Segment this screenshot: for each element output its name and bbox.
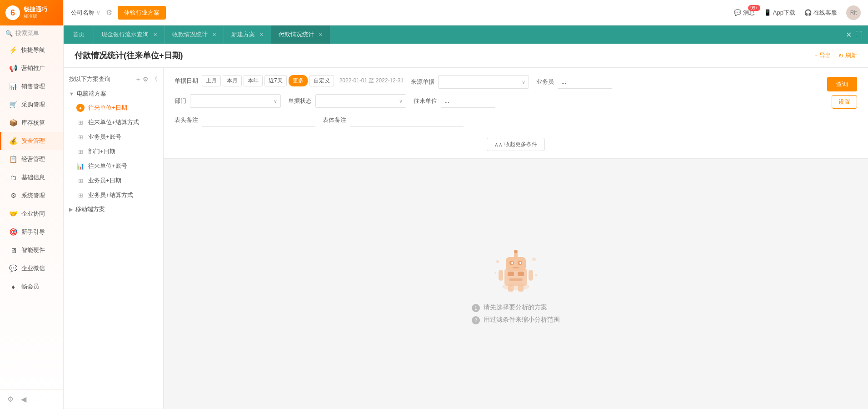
- main-content: 付款情况统计(往来单位+日期) ↑ 导出 ↻ 刷新 按以下方案查询 + ⚙ 《: [64, 44, 868, 409]
- right-panel: 单据日期 上月 本月 本年 近7天 更多 自定义 2022-01-01 至 20…: [164, 68, 868, 409]
- left-panel-header: 按以下方案查询 + ⚙ 《: [64, 73, 163, 87]
- date-buttons: 上月 本月 本年 近7天 更多 自定义: [202, 75, 334, 86]
- topbar-gear-icon[interactable]: ⚙: [106, 8, 112, 17]
- source-select[interactable]: [438, 75, 529, 89]
- filter-row-2: 部门 单据状态: [175, 94, 818, 108]
- partner-input[interactable]: [441, 94, 495, 108]
- tab-window-close-icon[interactable]: ✕: [846, 30, 852, 39]
- dept-select[interactable]: [190, 94, 281, 108]
- date-btn-custom[interactable]: 自定义: [309, 75, 334, 86]
- mobile-section-expand-icon: ▶: [69, 207, 73, 212]
- scheme-table-icon-4: ⊞: [76, 177, 85, 185]
- export-button[interactable]: ↑ 导出: [815, 51, 832, 60]
- company-selector[interactable]: 公司名称 ∨: [71, 9, 100, 17]
- staff-label: 业务员: [536, 78, 554, 86]
- scheme-item-staff-date[interactable]: ⊞ 业务员+日期: [64, 173, 163, 188]
- sidebar-item-system[interactable]: ⚙ 系统管理: [0, 187, 63, 205]
- desktop-scheme-section[interactable]: ▼ 电脑端方案: [64, 87, 163, 101]
- refresh-button[interactable]: ↻ 刷新: [838, 51, 857, 60]
- sidebar-item-wechat[interactable]: 💬 企业微信: [0, 259, 63, 278]
- scheme-table-icon-3: ⊞: [76, 147, 85, 156]
- messages-action[interactable]: 💬 消息 99+: [734, 9, 755, 17]
- svg-point-8: [511, 262, 513, 264]
- messages-badge: 99+: [748, 5, 760, 11]
- sidebar-item-operation[interactable]: 📋 经营管理: [0, 150, 63, 168]
- basic-icon: 🗂: [9, 173, 18, 182]
- date-btn-this-month[interactable]: 本月: [223, 75, 242, 86]
- sidebar-item-hardware[interactable]: 🖥 智能硬件: [0, 241, 63, 259]
- tab-home[interactable]: 首页: [64, 25, 94, 44]
- body-note-input[interactable]: [350, 113, 464, 127]
- app-download-action[interactable]: 📱 App下载: [764, 9, 795, 17]
- scheme-item-unit-date[interactable]: ● 往来单位+日期: [64, 101, 163, 115]
- sidebar-item-collab[interactable]: 🤝 企业协同: [0, 205, 63, 223]
- tab-close-new-scheme[interactable]: ✕: [259, 32, 264, 38]
- sidebar-item-basic[interactable]: 🗂 基础信息: [0, 168, 63, 187]
- date-btn-this-year[interactable]: 本年: [244, 75, 263, 86]
- section-expand-icon: ▼: [69, 91, 74, 96]
- date-filter-group: 单据日期 上月 本月 本年 近7天 更多 自定义 2022-01-01 至 20…: [175, 75, 404, 86]
- svg-point-19: [494, 272, 496, 274]
- app-edition: 标准版: [24, 13, 47, 20]
- empty-tip-2: 2 用过滤条件来缩小分析范围: [472, 316, 560, 324]
- inventory-icon: 📦: [9, 118, 18, 127]
- filter-settings-button[interactable]: 设置: [832, 95, 857, 109]
- scheme-item-dept-date[interactable]: ⊞ 部门+日期: [64, 144, 163, 159]
- scheme-table-icon-5: ⊞: [76, 191, 85, 199]
- query-button[interactable]: 查询: [827, 77, 857, 91]
- date-btn-7days[interactable]: 近7天: [264, 75, 287, 86]
- sidebar-item-sales[interactable]: 📊 销售管理: [0, 77, 63, 96]
- sidebar-item-vip[interactable]: ♦ 畅会员: [0, 278, 63, 296]
- scheme-item-staff-account[interactable]: ⊞ 业务员+账号: [64, 130, 163, 144]
- scheme-item-staff-settle[interactable]: ⊞ 业务员+结算方式: [64, 188, 163, 202]
- mobile-scheme-section[interactable]: ▶ 移动端方案: [64, 202, 163, 216]
- sidebar-item-capital[interactable]: 💰 资金管理: [0, 132, 63, 150]
- svg-rect-15: [508, 284, 514, 292]
- tab-close-payment-stat[interactable]: ✕: [319, 32, 323, 38]
- svg-point-17: [496, 260, 499, 263]
- add-scheme-icon[interactable]: +: [136, 76, 140, 83]
- search-menu[interactable]: 🔍 搜索菜单: [0, 25, 63, 41]
- scheme-collapse-icon[interactable]: 《: [151, 75, 158, 83]
- tab-close-receipt-stat[interactable]: ✕: [212, 32, 216, 38]
- date-btn-more[interactable]: 更多: [289, 75, 308, 86]
- svg-rect-2: [508, 272, 514, 276]
- staff-filter-group: 业务员: [536, 75, 612, 89]
- sidebar-item-inventory[interactable]: 📦 库存核算: [0, 114, 63, 132]
- tab-bank-flow[interactable]: 现金银行流水查询 ✕: [94, 25, 165, 44]
- topbar: 公司名称 ∨ ⚙ 体验行业方案 💬 消息 99+ 📱 App下载 🎧 在线客服 …: [64, 0, 868, 25]
- source-filter-group: 来源单据: [411, 75, 529, 89]
- footer-settings-icon[interactable]: ⚙: [7, 395, 14, 404]
- tab-close-bank-flow[interactable]: ✕: [153, 32, 157, 38]
- footer-collapse-icon[interactable]: ◀: [21, 395, 26, 404]
- staff-input[interactable]: [558, 75, 612, 89]
- company-name: 公司名称: [71, 9, 95, 17]
- header-note-input[interactable]: [202, 113, 315, 127]
- date-label: 单据日期: [175, 77, 198, 85]
- online-service-action[interactable]: 🎧 在线客服: [804, 9, 837, 17]
- sidebar-item-purchase[interactable]: 🛒 采购管理: [0, 96, 63, 114]
- tab-expand-icon[interactable]: ⛶: [855, 30, 863, 39]
- svg-rect-1: [504, 268, 527, 286]
- doc-status-select[interactable]: [315, 94, 406, 108]
- sidebar-item-marketing[interactable]: 📢 营销推广: [0, 59, 63, 77]
- doc-status-filter-group: 单据状态: [288, 94, 406, 108]
- date-range-display: 2022-01-01 至 2022-12-31: [339, 77, 404, 85]
- scheme-item-unit-settle[interactable]: ⊞ 往来单位+结算方式: [64, 115, 163, 130]
- guide-icon: 🎯: [9, 227, 18, 237]
- collapse-filter-button[interactable]: ∧∧ 收起更多条件: [487, 138, 545, 151]
- date-btn-last-month[interactable]: 上月: [202, 75, 221, 86]
- sidebar-item-quick-nav[interactable]: ⚡ 快捷导航: [0, 41, 63, 59]
- left-panel: 按以下方案查询 + ⚙ 《 ▼ 电脑端方案 ● 往来单位+日期 ⊞ 往来单位+结…: [64, 68, 164, 409]
- sales-icon: 📊: [9, 82, 18, 91]
- tab-payment-stat[interactable]: 付款情况统计 ✕: [271, 25, 330, 44]
- hardware-icon: 🖥: [9, 246, 18, 255]
- user-avatar[interactable]: Rit: [846, 5, 861, 20]
- tab-receipt-stat[interactable]: 收款情况统计 ✕: [165, 25, 224, 44]
- trial-button[interactable]: 体验行业方案: [118, 6, 166, 20]
- sidebar-item-guide[interactable]: 🎯 新手引导: [0, 223, 63, 241]
- scheme-settings-icon[interactable]: ⚙: [143, 76, 149, 83]
- scheme-item-unit-account[interactable]: 📊 往来单位+账号: [64, 159, 163, 173]
- tab-new-scheme[interactable]: 新建方案 ✕: [224, 25, 271, 44]
- collapse-icon: ∧∧: [494, 141, 503, 148]
